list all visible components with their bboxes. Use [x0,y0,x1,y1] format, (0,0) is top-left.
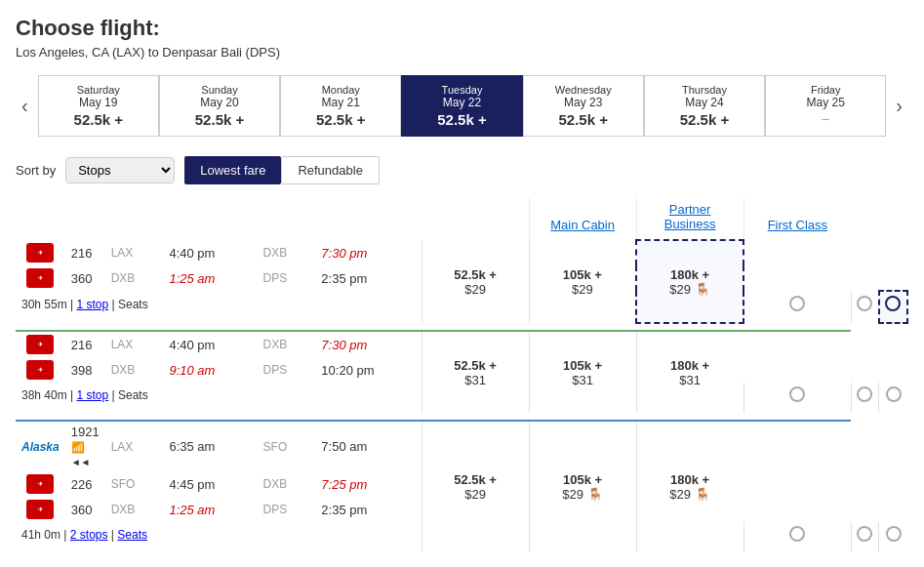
dep-time: 6:35 am [163,421,257,471]
pb-line1: 105k + [563,267,602,282]
date-val: May 21 [291,96,390,109]
partner-business-price[interactable]: 105k + $29🪑 [529,421,636,552]
fc-line2: $31 [679,373,701,387]
origin-airport: SFO [105,471,164,497]
dest-airport: SFO [258,421,316,471]
first-class-radio-cell [879,522,907,552]
partner-business-radio-cell [851,522,879,552]
main-cabin-header[interactable]: Main Cabin [529,198,636,240]
emirates-logo: ✈ [26,268,54,288]
first-class-header[interactable]: First Class [743,198,851,240]
first-class-price[interactable]: 180k + $31 [636,331,743,413]
dep-time: 9:10 am [163,357,257,383]
group-separator [16,413,907,421]
partner-business-radio-cell [851,291,879,323]
filter-btn-0[interactable]: Lowest fare [184,156,281,184]
dest-airport: DPS [258,265,316,291]
partner-business-radio[interactable] [857,386,872,402]
airline-logo-cell: ✈ [16,497,65,522]
partner-business-price[interactable]: 105k + $29 [529,240,636,323]
dest-airport: DXB [258,240,316,265]
main-cabin-price-value: 52.5k + $29 [428,472,523,502]
first-class-radio[interactable] [886,386,902,402]
price-val: 52.5k + [291,111,390,128]
stops-link[interactable]: 1 stop [76,388,108,402]
first-class-price[interactable]: 180k + $29🪑 [636,240,743,323]
flight-number: 360 [65,497,105,522]
airline-logo-cell: ✈ [16,331,65,357]
date-cell-1[interactable]: Sunday May 20 52.5k + [159,75,280,137]
seats-link[interactable]: Seats [117,528,147,542]
pb-line2: $29 [562,487,583,502]
stops-link[interactable]: 1 stop [76,298,108,311]
seat-icon: 🪑 [587,487,603,502]
origin-airport: DXB [105,497,164,522]
fc-line2: $29 [669,282,691,297]
mc-line2: $29 [464,487,486,502]
sort-select[interactable]: StopsDurationDepartureArrivalPrice [65,157,175,183]
price-val: 52.5k + [534,111,633,128]
fc-line2: $29 [669,487,691,502]
price-val: 52.5k + [49,111,148,128]
first-class-radio[interactable] [885,296,901,311]
dest-airport: DPS [258,357,316,383]
flight-number: 226 [65,471,105,497]
day-name: Wednesday [534,84,633,96]
date-val: May 19 [49,96,148,109]
date-cell-3[interactable]: Tuesday May 22 52.5k + [401,75,522,137]
dest-airport: DXB [258,331,316,357]
day-name: Tuesday [412,84,511,96]
main-cabin-price[interactable]: 52.5k + $29 [422,240,529,323]
date-cell-4[interactable]: Wednesday May 23 52.5k + [523,75,644,137]
flight-summary: 41h 0m | 2 stops | Seats [16,522,422,552]
main-cabin-price[interactable]: 52.5k + $31 [422,331,529,413]
main-cabin-price[interactable]: 52.5k + $29 [422,421,529,552]
date-cell-2[interactable]: Monday May 21 52.5k + [280,75,401,137]
partner-business-price-value: 105k + $31 [536,358,630,387]
first-class-price[interactable]: 180k + $29🪑 [636,421,743,552]
flight-row: ✈216LAX4:40 pmDXB7:30 pm 52.5k + $29 105… [16,240,907,265]
partner-business-price[interactable]: 105k + $31 [529,331,636,413]
flight-row: Alaska1921 📶 ◄◄LAX6:35 amSFO7:50 am 52.5… [16,421,907,471]
filter-bar: Sort by StopsDurationDepartureArrivalPri… [16,156,908,184]
partner-business-radio[interactable] [857,526,872,542]
date-cell-5[interactable]: Thursday May 24 52.5k + [644,75,765,137]
main-cabin-radio-cell [743,522,851,552]
prev-arrow[interactable]: ‹ [16,95,34,117]
origin-airport: LAX [105,240,164,265]
pb-line2: $29 [572,282,593,297]
emirates-logo: ✈ [26,243,54,263]
pb-line1: 105k + [563,472,602,487]
first-class-radio[interactable] [886,526,902,542]
stops-link[interactable]: 2 stops [70,528,108,542]
day-name: Sunday [170,84,269,96]
main-cabin-radio[interactable] [789,296,805,311]
main-cabin-radio[interactable] [789,526,805,542]
blank-header [16,198,529,240]
date-cell-0[interactable]: Saturday May 19 52.5k + [38,75,159,137]
next-arrow[interactable]: › [890,95,908,117]
airline-logo-cell: ✈ [16,240,65,265]
price-val: – [776,111,875,126]
dest-airport: DXB [258,471,316,497]
dep-time: 1:25 am [163,265,257,291]
price-val: 52.5k + [655,111,754,128]
date-cell-6[interactable]: Friday May 25 – [765,75,886,137]
day-name: Friday [776,84,875,96]
flight-number: 216 [65,331,105,357]
main-cabin-price-value: 52.5k + $31 [428,358,523,387]
seat-icon: 🪑 [695,487,710,502]
alaska-logo: Alaska [21,440,60,454]
first-class-price-value: 180k + $31 [643,358,738,387]
filter-btn-1[interactable]: Refundable [281,156,380,184]
emirates-logo: ✈ [26,335,54,354]
mc-line1: 52.5k + [454,472,497,487]
partner-business-header[interactable]: Partner Business [636,198,743,240]
main-cabin-radio[interactable] [789,386,805,402]
mc-line1: 52.5k + [454,267,497,282]
emirates-logo: ✈ [26,500,54,519]
main-cabin-price-value: 52.5k + $29 [428,267,523,297]
mc-line2: $31 [464,373,486,387]
flight-number: 398 [65,357,105,383]
partner-business-radio[interactable] [857,296,872,311]
